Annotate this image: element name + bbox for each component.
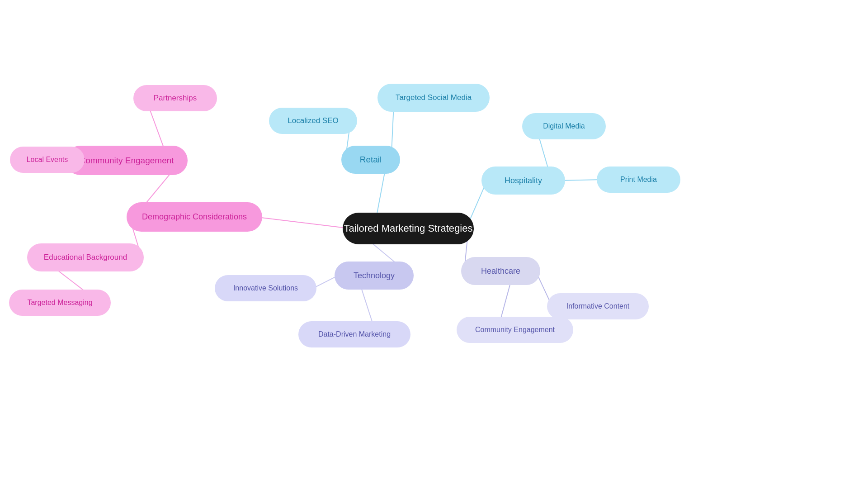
- technology-label: Technology: [354, 271, 395, 281]
- healthcare-node[interactable]: Healthcare: [461, 257, 540, 285]
- localized-seo-label: Localized SEO: [288, 116, 338, 125]
- center-node[interactable]: Tailored Marketing Strategies: [343, 213, 474, 244]
- informative-content-label: Informative Content: [566, 302, 630, 310]
- partnerships-label: Partnerships: [154, 94, 197, 103]
- svg-line-14: [316, 277, 335, 287]
- local-events-node[interactable]: Local Events: [10, 147, 85, 173]
- targeted-messaging-node[interactable]: Targeted Messaging: [9, 290, 111, 316]
- print-media-label: Print Media: [620, 176, 657, 184]
- svg-line-3: [370, 241, 397, 264]
- svg-line-17: [501, 285, 510, 317]
- demographic-considerations-node[interactable]: Demographic Considerations: [127, 202, 262, 232]
- svg-line-7: [150, 109, 165, 149]
- svg-line-12: [539, 137, 548, 169]
- informative-content-node[interactable]: Informative Content: [547, 293, 649, 319]
- svg-line-2: [469, 186, 485, 223]
- svg-line-15: [362, 289, 373, 322]
- educational-background-node[interactable]: Educational Background: [27, 243, 144, 271]
- svg-line-11: [392, 108, 393, 150]
- innovative-solutions-node[interactable]: Innovative Solutions: [215, 275, 316, 301]
- svg-line-0: [262, 218, 343, 228]
- svg-line-16: [538, 276, 550, 302]
- demographic-considerations-label: Demographic Considerations: [142, 212, 247, 222]
- digital-media-node[interactable]: Digital Media: [522, 113, 606, 139]
- svg-line-1: [377, 172, 385, 214]
- localized-seo-node[interactable]: Localized SEO: [269, 108, 357, 134]
- print-media-node[interactable]: Print Media: [597, 167, 680, 193]
- targeted-messaging-label: Targeted Messaging: [27, 299, 92, 307]
- svg-line-13: [565, 180, 597, 181]
- svg-line-9: [57, 270, 85, 291]
- retail-label: Retail: [360, 155, 382, 165]
- community-engagement-pink-label: Community Engagement: [79, 156, 174, 166]
- targeted-social-media-node[interactable]: Targeted Social Media: [377, 84, 490, 112]
- healthcare-label: Healthcare: [481, 266, 520, 276]
- community-engagement-purple-label: Community Engagement: [475, 326, 555, 334]
- digital-media-label: Digital Media: [543, 122, 585, 130]
- hospitality-label: Hospitality: [505, 176, 542, 186]
- community-engagement-purple-node[interactable]: Community Engagement: [457, 317, 573, 343]
- data-driven-marketing-label: Data-Driven Marketing: [318, 330, 391, 338]
- retail-node[interactable]: Retail: [341, 146, 400, 174]
- data-driven-marketing-node[interactable]: Data-Driven Marketing: [298, 321, 410, 347]
- technology-node[interactable]: Technology: [335, 262, 414, 290]
- center-label: Tailored Marketing Strategies: [344, 223, 473, 234]
- local-events-label: Local Events: [27, 156, 68, 164]
- targeted-social-media-label: Targeted Social Media: [396, 93, 472, 102]
- educational-background-label: Educational Background: [44, 253, 127, 262]
- innovative-solutions-label: Innovative Solutions: [233, 284, 298, 292]
- partnerships-node[interactable]: Partnerships: [133, 85, 217, 111]
- hospitality-node[interactable]: Hospitality: [481, 167, 565, 195]
